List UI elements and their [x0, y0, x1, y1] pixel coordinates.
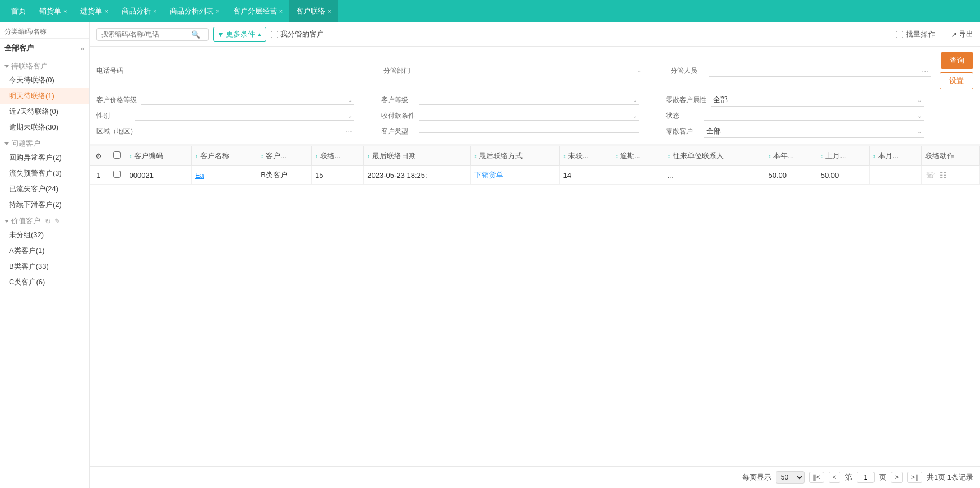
sidebar-item-c-class[interactable]: C类客户(6): [0, 274, 89, 290]
sidebar-search-input[interactable]: [4, 27, 89, 35]
sort-type-icon[interactable]: ↕: [261, 153, 264, 159]
sidebar-item-today[interactable]: 今天待联络(0): [0, 72, 89, 88]
main-search-icon[interactable]: 🔍: [191, 30, 200, 39]
nav-close-customer-contact[interactable]: ×: [327, 8, 331, 15]
filter-retail-customer-select[interactable]: 全部 ⌄: [704, 125, 924, 138]
filter-gender: 性别 ⌄: [96, 111, 354, 121]
nav-purchase-order[interactable]: 进货单 ×: [73, 0, 114, 22]
sort-lastmonth-icon[interactable]: ↕: [821, 153, 824, 159]
sidebar-item-a-class[interactable]: A类客户(1): [0, 243, 89, 259]
filter-status-select[interactable]: ⌄: [704, 112, 924, 121]
batch-op-checkbox[interactable]: [896, 31, 903, 38]
sort-overdue-icon[interactable]: ↕: [616, 153, 618, 159]
customer-name-link[interactable]: Ea: [195, 171, 204, 179]
sort-person-icon[interactable]: ↕: [668, 153, 671, 159]
sidebar-item-ungrouped[interactable]: 未分组(32): [0, 227, 89, 243]
filter-person-select[interactable]: ···: [709, 65, 931, 77]
sidebar-item-b-class[interactable]: B类客户(33): [0, 259, 89, 274]
select-all-checkbox[interactable]: [113, 151, 121, 159]
nav-close-product-list[interactable]: ×: [216, 8, 219, 15]
filter-row-1: 电话号码 分管部门 ⌄ 分管人员 ···: [96, 52, 973, 89]
filter-retail-customer: 零散客户 全部 ⌄: [666, 125, 924, 138]
prev-page-btn[interactable]: <: [829, 472, 840, 483]
td-check[interactable]: [108, 166, 126, 185]
filter-payment-select[interactable]: ⌄: [419, 112, 639, 121]
sort-contact-icon[interactable]: ↕: [315, 153, 318, 159]
nav-close-purchase[interactable]: ×: [104, 8, 108, 15]
sidebar-collapse-icon[interactable]: «: [81, 44, 85, 53]
first-page-btn[interactable]: ∥<: [809, 472, 824, 483]
sidebar-item-repurchase-abnormal[interactable]: 回购异常客户(2): [0, 150, 89, 165]
sidebar-item-declining[interactable]: 持续下滑客户(2): [0, 197, 89, 213]
nav-customer-tier[interactable]: 客户分层经营 ×: [226, 0, 289, 22]
nav-customer-contact[interactable]: 客户联络 ×: [289, 0, 338, 22]
filter-customer-grade-select[interactable]: ⌄: [419, 96, 639, 105]
filter-buttons: 查询 设置: [940, 52, 973, 89]
my-customers-checkbox-wrap[interactable]: 我分管的客户: [271, 29, 324, 39]
sidebar-item-churn-warning[interactable]: 流失预警客户(3): [0, 165, 89, 181]
row-checkbox[interactable]: [113, 171, 121, 178]
action-phone-icon[interactable]: ☏: [925, 171, 935, 179]
filter-retail-attr-select[interactable]: 全部 ⌄: [711, 94, 924, 107]
th-last-month: ↕ 上月...: [817, 146, 869, 166]
sidebar-search-area: 🔍: [0, 22, 89, 39]
td-last-method[interactable]: 下销货单: [470, 166, 560, 185]
sort-date-icon[interactable]: ↕: [367, 153, 370, 159]
sort-code-icon[interactable]: ↕: [130, 153, 132, 159]
th-check[interactable]: [108, 146, 126, 166]
my-customers-checkbox[interactable]: [271, 31, 278, 38]
filter-row-4: 区域（地区） ··· 客户类型 零散客户 全部: [96, 125, 973, 138]
more-conditions-btn[interactable]: ▼ 更多条件 ▲: [213, 27, 266, 42]
refresh-icon[interactable]: ↻: [45, 217, 51, 225]
filter-dept-select[interactable]: ⌄: [422, 66, 644, 75]
query-button[interactable]: 查询: [941, 52, 973, 69]
export-btn[interactable]: ↗ 导出: [951, 29, 973, 39]
content-area: 🔍 ▼ 更多条件 ▲ 我分管的客户 批量操作 ↗ 导出: [90, 22, 980, 488]
sort-thismonth-icon[interactable]: ↕: [873, 153, 876, 159]
chevron-down-icon-8: ⌄: [917, 128, 922, 135]
last-page-btn[interactable]: >∥: [907, 472, 922, 483]
sidebar-item-churned[interactable]: 已流失客户(24): [0, 181, 89, 197]
th-this-month: ↕ 本月...: [870, 146, 922, 166]
nav-close-customer-tier[interactable]: ×: [279, 8, 283, 15]
set-button[interactable]: 设置: [940, 72, 973, 89]
edit-icon[interactable]: ✎: [54, 217, 61, 225]
batch-op-btn[interactable]: 批量操作: [896, 29, 935, 39]
sidebar-item-tomorrow[interactable]: 明天待联络(1): [0, 88, 89, 104]
td-name[interactable]: Ea: [191, 166, 257, 185]
filter-phone-input[interactable]: [135, 66, 357, 76]
filter-region-select[interactable]: ···: [141, 126, 354, 137]
th-contact-count: ↕ 联络...: [312, 146, 364, 166]
td-this-month: [870, 166, 922, 185]
sidebar-item-overdue[interactable]: 逾期未联络(30): [0, 119, 89, 135]
nav-home[interactable]: 首页: [4, 0, 33, 22]
nav-close-sales[interactable]: ×: [63, 8, 67, 15]
nav-close-product-analysis[interactable]: ×: [153, 8, 156, 15]
filter-status: 状态 ⌄: [666, 111, 924, 121]
per-page-select[interactable]: 50 100 200: [776, 471, 805, 484]
filter-customer-type-select[interactable]: [419, 130, 639, 133]
nav-product-analysis-list[interactable]: 商品分析列表 ×: [163, 0, 226, 22]
sort-name-icon[interactable]: ↕: [195, 153, 198, 159]
sidebar-all-customers[interactable]: 全部客户 «: [0, 39, 89, 58]
nav-sales-order[interactable]: 销货单 ×: [33, 0, 73, 22]
filter-retail-attr: 零散客户属性 全部 ⌄: [666, 94, 924, 107]
filter-gender-select[interactable]: ⌄: [135, 112, 354, 121]
page-input[interactable]: [857, 472, 875, 483]
action-grid-icon[interactable]: ☷: [940, 171, 947, 179]
nav-product-analysis[interactable]: 商品分析 ×: [115, 0, 163, 22]
last-method-link[interactable]: 下销货单: [474, 171, 503, 179]
sort-method-icon[interactable]: ↕: [474, 153, 477, 159]
next-page-btn[interactable]: >: [891, 472, 903, 483]
total-records: 共1页 1条记录: [927, 472, 973, 482]
chevron-down-icon-6: ⌄: [632, 113, 637, 119]
sidebar-item-7days[interactable]: 近7天待联络(0): [0, 104, 89, 119]
sidebar-problem-title: 问题客户: [0, 135, 89, 150]
main-search-input[interactable]: [101, 30, 191, 38]
th-gear[interactable]: ⚙: [90, 146, 108, 166]
sort-year-icon[interactable]: ↕: [769, 153, 771, 159]
sort-uncontact-icon[interactable]: ↕: [563, 153, 566, 159]
filter-price-grade-select[interactable]: ⌄: [141, 96, 354, 105]
search-bar: 🔍 ▼ 更多条件 ▲ 我分管的客户 批量操作 ↗ 导出: [90, 22, 980, 47]
chevron-down-icon-4: ⌄: [917, 97, 922, 103]
